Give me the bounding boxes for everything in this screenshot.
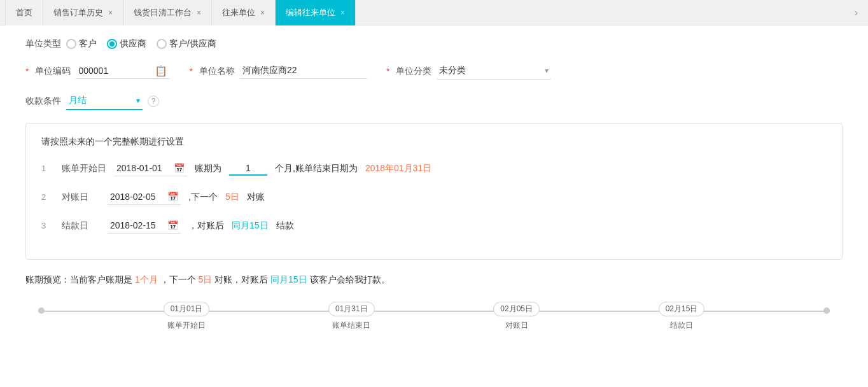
unit-type-row: 单位类型 客户 供应商 客户/供应商 bbox=[25, 38, 843, 50]
radio-label-supplier: 供应商 bbox=[120, 38, 146, 50]
payment-desc-suffix: 结款 bbox=[276, 220, 294, 232]
payment-condition-arrow-icon: ▾ bbox=[136, 96, 140, 105]
timeline-start-dot bbox=[38, 307, 45, 314]
unit-code-input-wrapper: 📋 bbox=[76, 64, 170, 79]
radio-customer[interactable]: 客户 bbox=[66, 38, 97, 50]
close-tab-sales-history[interactable]: × bbox=[108, 8, 113, 17]
unit-name-field: * 单位名称 bbox=[189, 63, 367, 79]
timeline-node-3: 02月15日 结款日 bbox=[659, 302, 705, 331]
payment-condition-row: 收款条件 月结 ▾ ? bbox=[25, 92, 843, 110]
payment-day-highlight: 同月15日 bbox=[232, 220, 269, 232]
tab-edit-partner[interactable]: 编辑往来单位 × bbox=[276, 0, 356, 25]
radio-circle-customer bbox=[66, 39, 76, 49]
node-label-3: 结款日 bbox=[670, 320, 693, 331]
row-number-1: 1 bbox=[41, 164, 54, 173]
unit-code-input[interactable] bbox=[78, 66, 155, 76]
row-label-2: 对账日 bbox=[62, 192, 100, 203]
tab-partners[interactable]: 往来单位 × bbox=[212, 0, 276, 25]
preview-highlight1: 1个月 bbox=[135, 274, 158, 285]
payment-date-calendar-icon[interactable]: 📅 bbox=[167, 220, 178, 230]
unit-category-field: * 单位分类 未分类 ▾ bbox=[386, 62, 551, 80]
unit-category-required: * bbox=[386, 66, 389, 76]
period-unit-label: 个月,账单结束日期为 bbox=[275, 163, 358, 174]
reconcile-date-input-group: 📅 bbox=[108, 189, 181, 205]
radio-circle-supplier bbox=[107, 39, 117, 49]
payment-condition-label: 收款条件 bbox=[25, 95, 61, 107]
node-badge-2: 02月05日 bbox=[493, 302, 540, 316]
setting-row-1: 1 账单开始日 📅 账期为 个月,账单结束日期为 2018年01月31日 bbox=[41, 160, 827, 176]
payment-condition-value: 月结 bbox=[69, 95, 111, 106]
preview-suffix: 该客户会给我打款。 bbox=[310, 274, 390, 285]
preview-middle1: ，下一个 bbox=[160, 274, 196, 285]
node-label-1: 账单结束日 bbox=[332, 320, 370, 331]
close-tab-cash-workbench[interactable]: × bbox=[197, 8, 201, 17]
tab-arrow[interactable]: › bbox=[850, 7, 863, 18]
node-badge-3: 02月15日 bbox=[659, 302, 705, 316]
radio-label-customer: 客户 bbox=[79, 38, 97, 50]
radio-label-customer-supplier: 客户/供应商 bbox=[169, 38, 216, 50]
unit-name-input[interactable] bbox=[240, 63, 367, 79]
timeline-end-dot bbox=[823, 307, 830, 314]
unit-code-label: 单位编码 bbox=[35, 66, 71, 77]
main-content: 单位类型 客户 供应商 客户/供应商 * 单位编码 bbox=[0, 25, 868, 387]
tab-sales-history[interactable]: 销售订单历史 × bbox=[43, 0, 123, 25]
close-tab-partners[interactable]: × bbox=[260, 8, 265, 17]
payment-condition-select[interactable]: 月结 ▾ bbox=[66, 92, 143, 110]
payment-desc-prefix: ，对账后 bbox=[188, 220, 224, 232]
end-date-highlight: 2018年01月31日 bbox=[365, 163, 431, 174]
unit-category-arrow-icon: ▾ bbox=[545, 66, 549, 75]
period-input[interactable] bbox=[229, 162, 267, 176]
preview-highlight3: 同月15日 bbox=[270, 274, 307, 285]
unit-type-field: 单位类型 客户 供应商 客户/供应商 bbox=[25, 38, 216, 50]
timeline-nodes: 01月01日 账单开始日 01月31日 账单结束日 02月05日 对账日 02月… bbox=[38, 302, 830, 331]
timeline-node-1: 01月31日 账单结束日 bbox=[328, 302, 375, 331]
radio-supplier[interactable]: 供应商 bbox=[107, 38, 146, 50]
row-number-3: 3 bbox=[41, 221, 54, 230]
node-label-2: 对账日 bbox=[505, 320, 528, 331]
node-label-0: 账单开始日 bbox=[167, 320, 206, 331]
unit-code-icon[interactable]: 📋 bbox=[155, 65, 167, 77]
timeline: 01月01日 账单开始日 01月31日 账单结束日 02月05日 对账日 02月… bbox=[25, 302, 843, 331]
unit-code-required: * bbox=[25, 66, 29, 76]
unit-name-required: * bbox=[189, 66, 192, 76]
setting-row-3: 3 结款日 📅 ，对账后 同月15日 结款 bbox=[41, 218, 827, 234]
timeline-node-0: 01月01日 账单开始日 bbox=[164, 302, 210, 331]
period-label: 账期为 bbox=[195, 163, 221, 174]
start-date-input-group: 📅 bbox=[114, 160, 187, 176]
reconcile-desc-suffix: 对账 bbox=[247, 192, 265, 203]
tab-cash-workbench[interactable]: 钱货日清工作台 × bbox=[123, 0, 212, 25]
start-date-input[interactable] bbox=[116, 163, 174, 173]
unit-info-row: * 单位编码 📋 * 单位名称 * 单位分类 未分类 ▾ bbox=[25, 62, 843, 80]
start-date-calendar-icon[interactable]: 📅 bbox=[174, 163, 185, 173]
payment-date-input[interactable] bbox=[110, 220, 167, 230]
help-icon[interactable]: ? bbox=[148, 95, 159, 107]
unit-category-value: 未分类 bbox=[439, 65, 540, 76]
setting-row-2: 2 对账日 📅 ,下一个 5日 对账 bbox=[41, 189, 827, 205]
unit-category-select[interactable]: 未分类 ▾ bbox=[437, 62, 551, 80]
radio-group-unit-type: 客户 供应商 客户/供应商 bbox=[66, 38, 216, 50]
payment-condition-field: 收款条件 月结 ▾ ? bbox=[25, 92, 159, 110]
settings-title: 请按照未来的一个完整帐期进行设置 bbox=[41, 136, 827, 148]
radio-customer-supplier[interactable]: 客户/供应商 bbox=[157, 38, 216, 50]
reconcile-desc-prefix: ,下一个 bbox=[188, 192, 218, 203]
reconcile-date-calendar-icon[interactable]: 📅 bbox=[167, 192, 178, 202]
node-badge-0: 01月01日 bbox=[164, 302, 210, 316]
close-tab-edit-partner[interactable]: × bbox=[340, 8, 345, 17]
unit-type-label: 单位类型 bbox=[25, 38, 61, 50]
payment-date-input-group: 📅 bbox=[108, 218, 181, 234]
preview-middle2: 对账，对账后 bbox=[214, 274, 268, 285]
settings-box: 请按照未来的一个完整帐期进行设置 1 账单开始日 📅 账期为 个月,账单结束日期… bbox=[25, 123, 843, 260]
reconcile-date-input[interactable] bbox=[110, 192, 167, 202]
radio-circle-customer-supplier bbox=[157, 39, 167, 49]
row-label-1: 账单开始日 bbox=[62, 163, 106, 174]
preview-text: 账期预览：当前客户账期是 1个月 ，下一个 5日 对账，对账后 同月15日 该客… bbox=[25, 272, 843, 286]
reconcile-day-highlight: 5日 bbox=[225, 192, 239, 203]
tab-bar: 首页 销售订单历史 × 钱货日清工作台 × 往来单位 × 编辑往来单位 × › bbox=[0, 0, 868, 25]
preview-prefix: 账期预览：当前客户账期是 bbox=[25, 274, 132, 285]
timeline-node-2: 02月05日 对账日 bbox=[493, 302, 540, 331]
tab-home[interactable]: 首页 bbox=[5, 0, 43, 25]
preview-highlight2: 5日 bbox=[198, 274, 212, 285]
unit-code-field: * 单位编码 📋 bbox=[25, 64, 170, 79]
row-label-3: 结款日 bbox=[62, 220, 100, 232]
unit-name-label: 单位名称 bbox=[199, 66, 235, 77]
